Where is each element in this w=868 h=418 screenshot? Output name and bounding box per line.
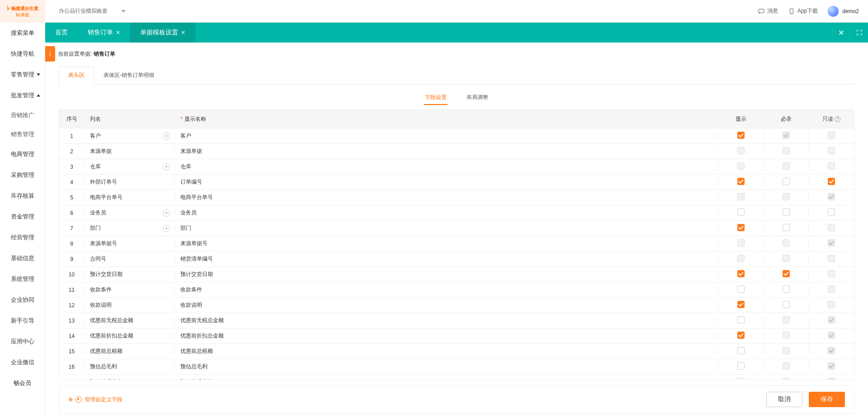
sidebar-item[interactable]: 新手引导 (0, 310, 45, 331)
add-icon[interactable]: + (163, 209, 170, 217)
checkbox[interactable] (737, 301, 745, 308)
checkbox[interactable] (737, 285, 745, 293)
cell-display-name[interactable]: 部门 (175, 224, 718, 232)
th-required: 必录 (764, 115, 809, 123)
sidebar-item[interactable]: 经营管理 (0, 227, 45, 248)
checkbox[interactable] (737, 224, 745, 231)
cell-display-name[interactable]: 收款说明 (175, 301, 718, 309)
cell-display-name[interactable]: 来源单据 (175, 147, 718, 155)
checkbox[interactable] (783, 285, 790, 293)
fields-table: 序号 列名 *显示名称 显示 必录 只读? 1客户+客户2来源单据来源单据3仓库… (59, 109, 854, 380)
cell-display-name[interactable]: 销货清单编号 (175, 255, 718, 263)
fullscreen-button[interactable] (850, 29, 868, 36)
cell-readonly (809, 147, 854, 156)
cell-display-name[interactable]: 收款条件 (175, 286, 718, 294)
checkbox[interactable] (783, 270, 790, 277)
sidebar-sub-item[interactable]: 营销推广 (0, 106, 45, 125)
cell-display-name[interactable]: 客户 (175, 132, 718, 140)
cell-show (718, 239, 764, 248)
checkbox[interactable] (737, 347, 745, 354)
checkbox[interactable] (828, 178, 835, 185)
cell-index: 6 (59, 210, 85, 216)
sidebar-item[interactable]: 应用中心 (0, 331, 45, 352)
cell-display-name[interactable]: 业务员 (175, 209, 718, 217)
checkbox[interactable] (737, 332, 745, 339)
checkbox[interactable] (783, 224, 790, 231)
sidebar-item[interactable]: 采购管理 (0, 165, 45, 185)
sidebar-item[interactable]: 企业协同 (0, 290, 45, 310)
cell-display-name[interactable]: 来源单据号 (175, 240, 718, 247)
cell-display-name[interactable]: 预估总毛利 (175, 363, 718, 370)
checkbox[interactable] (737, 132, 745, 139)
message-button[interactable]: 消息 (758, 7, 778, 15)
sub-tab[interactable]: 布局调整 (466, 91, 489, 105)
cell-display-name[interactable]: 优惠前总税额 (175, 347, 718, 355)
checkbox[interactable] (737, 316, 745, 323)
save-button[interactable]: 保存 (809, 392, 845, 407)
main-tabbar: 首页销售订单✕单据模板设置✕ ✕ (45, 23, 868, 43)
field-name: 收款条件 (90, 286, 112, 294)
checkbox[interactable] (783, 301, 790, 308)
close-all-tabs-button[interactable]: ✕ (832, 28, 850, 37)
cell-readonly (809, 178, 854, 186)
cancel-button[interactable]: 取消 (766, 392, 802, 407)
table-row: 12收款说明收款说明 (59, 297, 854, 313)
cell-display-name[interactable]: 电商平台单号 (175, 194, 718, 201)
checkbox[interactable] (737, 209, 745, 216)
cell-name: 来源单据号 (85, 240, 175, 247)
cell-display-name[interactable]: 优惠前无税总金额 (175, 317, 718, 324)
close-icon[interactable]: ✕ (181, 29, 185, 36)
checkbox[interactable] (737, 362, 745, 370)
add-icon[interactable]: + (163, 163, 170, 171)
collapse-handle[interactable]: 丨 (45, 46, 55, 62)
cell-name: 预估总毛利率 (85, 378, 175, 380)
close-icon[interactable]: ✕ (116, 29, 120, 36)
sidebar-item[interactable]: 批发管理 (0, 85, 45, 106)
sidebar-item[interactable]: 电商管理 (0, 144, 45, 165)
checkbox[interactable] (737, 178, 745, 185)
th-display-label: 显示名称 (184, 116, 206, 122)
help-icon[interactable]: ? (835, 116, 840, 122)
sidebar-item[interactable]: 库存核算 (0, 185, 45, 206)
checkbox[interactable] (737, 270, 745, 277)
app-download-button[interactable]: App下载 (788, 7, 818, 15)
sidebar-item[interactable]: 资金管理 (0, 206, 45, 227)
cell-name: 优惠前总税额 (85, 347, 175, 355)
cell-name: 合同号 (85, 255, 175, 263)
add-icon[interactable]: + (163, 225, 170, 232)
sidebar-sub-item[interactable]: 销售管理 (0, 125, 45, 144)
cell-display-name[interactable]: 订单编号 (175, 178, 718, 186)
cell-display-name[interactable]: 优惠前折扣总金额 (175, 332, 718, 340)
main-tab[interactable]: 首页 (45, 23, 78, 43)
cell-display-name[interactable]: 预计交货日期 (175, 271, 718, 278)
sidebar-item[interactable]: 快捷导航 (0, 43, 45, 64)
checkbox[interactable] (783, 178, 790, 185)
main-tab[interactable]: 单据模板设置✕ (130, 23, 195, 43)
region-tab[interactable]: 表头区 (59, 66, 94, 85)
sidebar-item[interactable]: 系统管理 (0, 269, 45, 290)
add-icon[interactable]: + (163, 133, 170, 140)
th-show: 显示 (718, 115, 764, 123)
sidebar-item[interactable]: 零售管理 (0, 64, 45, 85)
sub-tab[interactable]: 字段设置 (424, 91, 448, 105)
account-book-select[interactable]: 办公品行业模拟账套 (59, 7, 126, 15)
download-icon (788, 8, 795, 15)
sidebar-item[interactable]: 企业微信 (0, 352, 45, 373)
sidebar-item[interactable]: 搜索菜单 (0, 23, 45, 43)
cell-display-name[interactable]: 仓库 (175, 163, 718, 171)
user-menu[interactable]: demo2 (828, 6, 859, 17)
checkbox[interactable] (737, 378, 745, 380)
cell-display-name[interactable]: 预估总毛利率 (175, 378, 718, 380)
region-tab[interactable]: 表体区-销售订单明细 (94, 66, 164, 85)
manage-custom-fields-link[interactable]: ⊕ 管理自定义字段 (68, 396, 123, 404)
sidebar-item[interactable]: 基础信息 (0, 248, 45, 269)
sidebar-item[interactable]: 畅会员 (0, 373, 45, 394)
main-tab[interactable]: 销售订单✕ (78, 23, 130, 43)
checkbox (737, 255, 745, 262)
cell-show (718, 147, 764, 156)
message-icon (758, 8, 765, 15)
checkbox[interactable] (783, 209, 790, 216)
main-content: 丨 当前设置单据: 销售订单 表头区表体区-销售订单明细 字段设置布局调整 序号… (45, 43, 868, 418)
cell-index: 16 (59, 364, 85, 370)
checkbox[interactable] (828, 209, 835, 216)
